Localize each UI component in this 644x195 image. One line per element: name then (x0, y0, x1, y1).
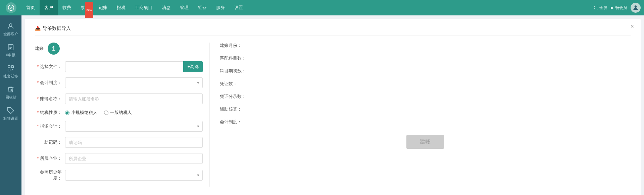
info-row-aux-calc: 辅助核算： (220, 106, 631, 112)
sidebar-item-all-clients[interactable]: 全部客户 (0, 19, 21, 40)
radio-general-input[interactable] (104, 111, 108, 115)
nav-item-operations[interactable]: 经营 (193, 0, 211, 15)
account-name-label: * 账簿名称： (35, 96, 65, 102)
file-select-row: * 选择文件： +浏览 (35, 61, 203, 72)
nav-item-manage[interactable]: 管理 (175, 0, 193, 15)
account-name-input[interactable] (65, 93, 203, 104)
svg-point-0 (635, 5, 637, 8)
step-circle: 1 (48, 43, 60, 55)
build-month-label: 建账月份： (220, 43, 253, 49)
assigned-accountant-row: * 指派会计： ▼ (35, 121, 203, 132)
top-navigation: 首页 客户 收费 票据 new 记账 报税 工商项目 消息 管理 经营 服务 设… (0, 0, 644, 15)
accounting-system-row: * 会计制度： ▼ (35, 77, 203, 88)
reference-year-row: 参照历史年度： ▼ (35, 169, 203, 181)
sidebar: 全部客户 0申报 账套迁移 (0, 15, 21, 195)
radio-small-input[interactable] (65, 111, 69, 115)
nav-item-services[interactable]: 服务 (211, 0, 230, 15)
app-logo[interactable] (3, 0, 19, 15)
all-clients-icon (7, 22, 15, 30)
browse-button[interactable]: +浏览 (183, 61, 203, 72)
membership-icon: ▶ (611, 5, 614, 10)
new-badge: new (85, 2, 93, 18)
svg-rect-6 (8, 66, 10, 68)
svg-point-1 (9, 24, 12, 26)
aux-calc-label: 辅助核算： (220, 106, 253, 112)
file-input[interactable] (65, 61, 183, 72)
assigned-accountant-label: * 指派会计： (35, 123, 65, 129)
nav-right-area: ⛶ 全屏 ▶ 畅会员 (594, 3, 641, 13)
membership-button[interactable]: ▶ 畅会员 (611, 5, 627, 11)
info-row-period-initial: 科目期初数： (220, 68, 631, 74)
company-input[interactable] (65, 153, 203, 164)
svg-rect-7 (11, 66, 13, 68)
file-row: +浏览 (65, 61, 203, 72)
sidebar-item-recycle[interactable]: 回收站 (0, 82, 21, 103)
form-container: 建账 1 * 选择文件： +浏览 (35, 43, 631, 187)
accountant-select-wrapper: ▼ (65, 121, 203, 132)
close-button[interactable]: × (630, 23, 634, 29)
form-left-panel: 建账 1 * 选择文件： +浏览 (35, 43, 209, 187)
account-transfer-icon (7, 64, 15, 72)
step-label: 建账 (35, 46, 44, 52)
tax-type-radio-group: 小规模纳税人 一般纳税人 (65, 110, 203, 116)
voucher-entries-label: 凭证分录数： (220, 93, 253, 100)
nav-item-tax[interactable]: 报税 (112, 0, 130, 15)
tag-settings-icon (7, 107, 15, 115)
sidebar-item-account-transfer[interactable]: 账套迁移 (0, 61, 21, 82)
memo-code-input[interactable] (65, 137, 203, 148)
accounting-system-select[interactable] (65, 77, 203, 88)
recycle-icon (7, 85, 15, 93)
build-account-button[interactable]: 建账 (406, 135, 444, 149)
declaration-icon (7, 43, 15, 51)
nav-menu: 首页 客户 收费 票据 new 记账 报税 工商项目 消息 管理 经营 服务 设… (21, 0, 594, 15)
nav-item-business[interactable]: 工商项目 (130, 0, 157, 15)
sidebar-item-tag-settings[interactable]: 标签设置 (0, 103, 21, 124)
match-subjects-label: 匹配科目数： (220, 55, 253, 61)
nav-item-customers[interactable]: 客户 (40, 0, 58, 15)
sidebar-item-declaration[interactable]: 0申报 (0, 40, 21, 61)
fullscreen-button[interactable]: ⛶ 全屏 (594, 5, 607, 11)
radio-small-taxpayer[interactable]: 小规模纳税人 (65, 110, 97, 116)
avatar[interactable] (631, 3, 641, 13)
company-row: * 所属企业： (35, 153, 203, 164)
fullscreen-icon: ⛶ (594, 5, 598, 10)
main-content: 📥 导爷数据导入 × 建账 1 * 选择文件： (21, 15, 644, 195)
info-row-build-month: 建账月份： (220, 43, 631, 49)
accounting-system-label: * 会计制度： (35, 80, 65, 86)
card-title: 📥 导爷数据导入 (35, 25, 631, 36)
info-row-voucher-count: 凭证数： (220, 81, 631, 87)
import-card: 📥 导爷数据导入 × 建账 1 * 选择文件： (25, 19, 641, 195)
tax-type-row: * 纳税性质： 小规模纳税人 一般纳税人 (35, 110, 203, 116)
tax-type-label: * 纳税性质： (35, 110, 65, 116)
form-right-panel: 建账月份： 匹配科目数： 科目期初数： 凭证数： 凭证分录数： (209, 43, 631, 187)
svg-rect-8 (8, 69, 10, 71)
right-accounting-system-label: 会计制度： (220, 119, 253, 125)
info-row-match-subjects: 匹配科目数： (220, 55, 631, 61)
nav-item-accounts[interactable]: 记账 (94, 0, 112, 15)
info-row-accounting-system: 会计制度： (220, 119, 631, 125)
reference-year-select-wrapper: ▼ (65, 170, 203, 181)
period-initial-label: 科目期初数： (220, 68, 253, 74)
company-label: * 所属企业： (35, 155, 65, 161)
step-header: 建账 1 (35, 43, 203, 55)
radio-general-taxpayer[interactable]: 一般纳税人 (104, 110, 132, 116)
nav-item-settings[interactable]: 设置 (230, 0, 248, 15)
memo-code-label: 助记码： (35, 139, 65, 145)
nav-item-home[interactable]: 首页 (21, 0, 40, 15)
accountant-select[interactable] (65, 121, 203, 132)
nav-item-messages[interactable]: 消息 (157, 0, 175, 15)
nav-item-fees[interactable]: 收费 (58, 0, 76, 15)
account-name-row: * 账簿名称： (35, 93, 203, 104)
title-icon: 📥 (35, 26, 41, 31)
voucher-count-label: 凭证数： (220, 81, 253, 87)
info-row-voucher-entries: 凭证分录数： (220, 93, 631, 100)
memo-code-row: 助记码： (35, 137, 203, 148)
file-select-label: * 选择文件： (35, 64, 65, 70)
nav-item-invoices[interactable]: 票据 new (76, 0, 94, 15)
reference-year-label: 参照历史年度： (35, 169, 65, 181)
accounting-system-select-wrapper: ▼ (65, 77, 203, 88)
reference-year-select[interactable] (65, 170, 203, 181)
